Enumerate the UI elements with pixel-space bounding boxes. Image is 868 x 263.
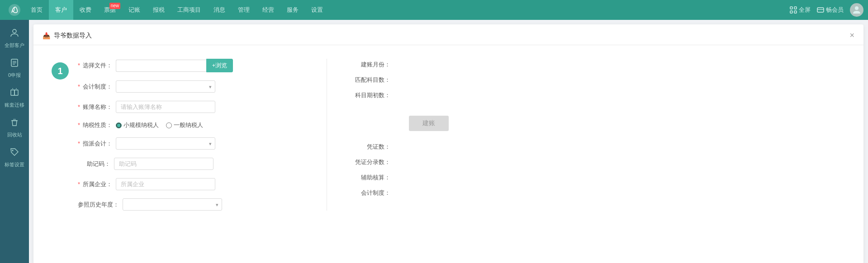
sidebar-label-declare: 0申报 xyxy=(8,72,21,79)
all-customers-icon xyxy=(9,28,19,40)
dialog-body: 1 * 选择文件： +浏览 xyxy=(33,45,863,224)
top-navigation: 首页 客户 收费 票据 new 记账 报税 工商项目 消息 管理 经营 服务 设… xyxy=(0,0,868,20)
build-account-button[interactable]: 建账 xyxy=(409,116,449,131)
svg-rect-3 xyxy=(790,11,792,13)
dialog-title-icon: 📥 xyxy=(43,32,50,39)
voucher-entries-label: 凭证分录数： xyxy=(350,158,390,166)
svg-rect-2 xyxy=(794,7,797,9)
nav-settings[interactable]: 设置 xyxy=(305,0,329,20)
right-accounting-system-label: 会计制度： xyxy=(350,189,390,197)
tax-type-radio-group: 小规模纳税人 一般纳税人 xyxy=(116,121,203,129)
file-input[interactable] xyxy=(116,60,206,72)
member-label: 畅会员 xyxy=(826,6,844,14)
company-label: * 所属企业： xyxy=(78,180,112,188)
svg-rect-13 xyxy=(11,90,14,95)
recycle-icon xyxy=(9,117,19,130)
sidebar-label-account-move: 账套迁移 xyxy=(5,102,24,108)
sidebar-label-tag-settings: 标签设置 xyxy=(5,161,24,168)
accounting-system-select[interactable] xyxy=(116,80,215,93)
nav-manage[interactable]: 管理 xyxy=(232,0,256,20)
file-label: * 选择文件： xyxy=(78,61,112,70)
subjects-initial-label: 科目期初数： xyxy=(350,91,390,99)
ledger-name-label: * 账簿名称： xyxy=(78,103,112,111)
nav-tax[interactable]: 报税 xyxy=(147,0,171,20)
form-grid: * 选择文件： +浏览 * 会计制度： xyxy=(78,59,304,211)
assign-accountant-select[interactable] xyxy=(116,137,215,150)
ledger-name-input[interactable] xyxy=(116,101,215,113)
nav-ledger[interactable]: 记账 xyxy=(122,0,147,20)
accounting-system-select-wrapper xyxy=(116,80,215,93)
match-subjects-label: 匹配科目数： xyxy=(350,76,390,84)
sidebar: 全部客户 0申报 账套迁移 xyxy=(0,20,29,263)
sidebar-item-declare[interactable]: 0申报 xyxy=(0,53,29,83)
close-button[interactable]: × xyxy=(849,31,854,40)
svg-point-8 xyxy=(13,29,16,33)
browse-button[interactable]: +浏览 xyxy=(206,59,233,72)
account-move-icon xyxy=(9,88,19,100)
company-input[interactable] xyxy=(116,178,215,190)
sidebar-label-all-customers: 全部客户 xyxy=(5,42,24,49)
build-month-row: 建账月份： xyxy=(350,61,467,69)
subjects-initial-row: 科目期初数： xyxy=(350,91,467,99)
step-circle: 1 xyxy=(52,62,69,80)
user-avatar[interactable] xyxy=(850,3,863,17)
nav-customer[interactable]: 客户 xyxy=(49,0,73,20)
member-button[interactable]: 畅会员 xyxy=(817,6,844,14)
nav-bizproject[interactable]: 工商项目 xyxy=(171,0,207,20)
sidebar-label-recycle: 回收站 xyxy=(7,132,22,138)
assign-accountant-label: * 指派会计： xyxy=(78,140,112,148)
app-logo[interactable] xyxy=(5,0,24,20)
sidebar-item-tag-settings[interactable]: 标签设置 xyxy=(0,143,29,173)
nav-items: 首页 客户 收费 票据 new 记账 报税 工商项目 消息 管理 经营 服务 设… xyxy=(24,0,790,20)
reference-year-label: 参照历史年度： xyxy=(78,201,119,209)
radio-small-taxpayer[interactable]: 小规模纳税人 xyxy=(116,121,159,129)
reference-year-row: 参照历史年度： xyxy=(78,198,304,211)
fullscreen-icon xyxy=(790,6,797,14)
dialog-title-text: 导爷数据导入 xyxy=(54,32,92,40)
aux-accounting-label: 辅助核算： xyxy=(350,174,390,182)
voucher-row: 凭证数： xyxy=(350,143,467,151)
accounting-system-row: * 会计制度： xyxy=(78,80,304,93)
memo-code-label: 助记码： xyxy=(78,160,110,168)
nav-home[interactable]: 首页 xyxy=(24,0,49,20)
svg-rect-5 xyxy=(817,8,824,12)
nav-fee[interactable]: 收费 xyxy=(73,0,98,20)
aux-accounting-row: 辅助核算： xyxy=(350,174,467,182)
right-info-section: 建账月份： 匹配科目数： 科目期初数： 建账 凭证 xyxy=(350,59,467,211)
nav-invoice[interactable]: 票据 new xyxy=(98,0,122,20)
right-accounting-system-row: 会计制度： xyxy=(350,189,467,197)
memo-code-input[interactable] xyxy=(114,158,213,170)
memo-code-row: 助记码： xyxy=(78,158,304,170)
dialog-header: 📥 导爷数据导入 × xyxy=(33,24,863,45)
ledger-name-row: * 账簿名称： xyxy=(78,101,304,113)
accounting-system-label: * 会计制度： xyxy=(78,83,112,91)
declare-icon xyxy=(9,58,19,70)
nav-message[interactable]: 消息 xyxy=(207,0,232,20)
fullscreen-label: 全屏 xyxy=(799,6,811,14)
nav-service[interactable]: 服务 xyxy=(280,0,305,20)
tag-settings-icon xyxy=(9,147,19,160)
reference-year-select-wrapper xyxy=(123,198,222,211)
top-nav-right: 全屏 畅会员 xyxy=(790,3,863,17)
company-row: * 所属企业： xyxy=(78,178,304,190)
assign-accountant-row: * 指派会计： xyxy=(78,137,304,150)
file-input-group: +浏览 xyxy=(116,59,233,72)
sidebar-item-account-move[interactable]: 账套迁移 xyxy=(0,83,29,113)
svg-rect-4 xyxy=(794,11,797,13)
tax-type-label: * 纳税性质： xyxy=(78,121,112,129)
reference-year-select[interactable] xyxy=(123,198,222,211)
dialog-title: 📥 导爷数据导入 xyxy=(43,32,92,40)
svg-point-16 xyxy=(12,150,14,151)
voucher-entries-row: 凭证分录数： xyxy=(350,158,467,166)
sidebar-item-all-customers[interactable]: 全部客户 xyxy=(0,23,29,53)
voucher-label: 凭证数： xyxy=(350,143,390,151)
svg-point-7 xyxy=(855,6,859,10)
main-content: 📥 导爷数据导入 × 1 * xyxy=(29,20,868,263)
fullscreen-button[interactable]: 全屏 xyxy=(790,6,811,14)
sidebar-item-recycle[interactable]: 回收站 xyxy=(0,113,29,143)
radio-general-taxpayer[interactable]: 一般纳税人 xyxy=(166,121,203,129)
svg-rect-1 xyxy=(790,7,792,9)
dialog-card: 📥 导爷数据导入 × 1 * xyxy=(33,24,863,263)
svg-rect-14 xyxy=(14,90,18,95)
nav-ops[interactable]: 经营 xyxy=(256,0,280,20)
